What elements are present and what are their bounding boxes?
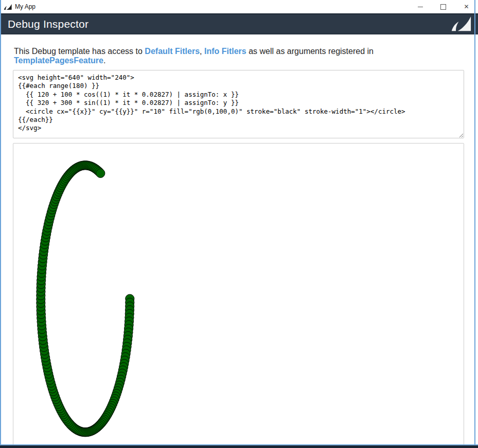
intro-middle: as well as arguments registered in <box>246 47 374 56</box>
app-fin-icon <box>4 4 12 10</box>
maximize-icon <box>440 4 446 10</box>
window-bottom-bar <box>0 445 478 448</box>
minimize-icon <box>418 7 423 7</box>
titlebar: My App ✕ <box>0 0 478 13</box>
template-pages-feature-link[interactable]: TemplatePagesFeature <box>14 56 103 65</box>
close-icon: ✕ <box>464 4 469 10</box>
window-border-left <box>0 0 1 445</box>
rendered-svg <box>32 156 139 441</box>
intro-suffix: . <box>103 56 105 65</box>
info-filters-link[interactable]: Info Fitlers <box>204 47 246 56</box>
window-title: My App <box>15 3 409 10</box>
app-window: My App ✕ Debug Inspector This Debug temp… <box>0 0 478 448</box>
intro-separator: , <box>200 47 204 56</box>
page-title: Debug Inspector <box>8 18 451 30</box>
intro-text: This Debug template has access to Defaul… <box>14 47 465 65</box>
template-output-panel <box>13 143 464 448</box>
default-filters-link[interactable]: Default Fitlers <box>145 47 200 56</box>
page-header: Debug Inspector <box>0 13 478 34</box>
page-content: This Debug template has access to Defaul… <box>0 47 478 448</box>
window-border-right <box>474 0 475 445</box>
template-code-editor[interactable]: <svg height="640" width="240"> {{#each r… <box>13 70 464 138</box>
maximize-button[interactable] <box>432 0 455 13</box>
intro-prefix: This Debug template has access to <box>14 47 145 56</box>
fin-logo-icon <box>451 16 471 32</box>
minimize-button[interactable] <box>409 0 432 13</box>
